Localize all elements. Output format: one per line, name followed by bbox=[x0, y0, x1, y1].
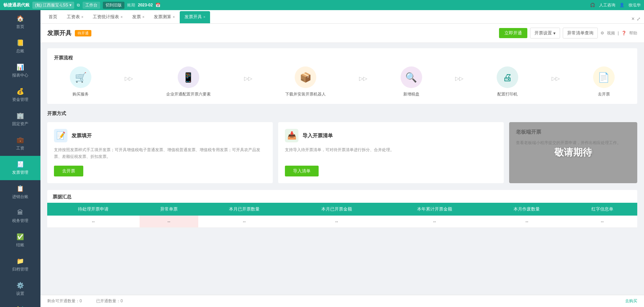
process-step-download: 📦 下载并安装开票机器人 bbox=[285, 66, 326, 97]
process-step-taxdisk: 🔍 新增税盘 bbox=[401, 66, 422, 97]
col-yearly-amount: 本年累计开票金额 bbox=[383, 203, 486, 216]
content-body: 开票流程 🛒 购买服务 ▷▷ 📱 企业开通配置开票六要素 bbox=[40, 43, 644, 233]
ledger-icon: 📒 bbox=[17, 39, 24, 47]
process-step-issue: 📄 去开票 bbox=[593, 66, 615, 97]
tab-salary-report[interactable]: 工资统计报表 × bbox=[88, 11, 127, 23]
company-selector[interactable]: (勉) 江西服宝-LSS ▾ bbox=[32, 2, 74, 9]
step-label-issue: 去开票 bbox=[598, 91, 610, 97]
tab-salary-report-close[interactable]: × bbox=[120, 15, 122, 19]
opened-label: 已开通数量：0 bbox=[96, 299, 123, 303]
sidebar-item-ledger[interactable]: 📒 总账 bbox=[0, 34, 40, 59]
abnormal-list-button[interactable]: 异常清单查询 bbox=[563, 28, 598, 38]
headset-icon: 🎧 bbox=[590, 3, 595, 7]
sidebar-item-purchase-sales[interactable]: 📋 进销台账 bbox=[0, 180, 40, 204]
method2-header: 📥 导入开票清单 bbox=[285, 129, 497, 142]
cell-pending: -- bbox=[47, 216, 140, 228]
help-label[interactable]: 帮助 bbox=[629, 30, 637, 36]
tab-salary-close[interactable]: × bbox=[81, 15, 83, 19]
sidebar-item-invoice-mgmt[interactable]: 🧾 发票管理 bbox=[0, 156, 40, 180]
tab-invoice[interactable]: 发票 × bbox=[127, 11, 149, 23]
buy-service-icon: 🛒 bbox=[70, 66, 91, 88]
funds-icon: 💰 bbox=[17, 88, 24, 95]
restore-window-icon[interactable]: ⤢ bbox=[637, 16, 641, 22]
arrow-5: ▷▷ bbox=[550, 75, 561, 82]
top-bar: 畅捷通易代账 (勉) 江西服宝-LSS ▾ ⧉ 工作台 切到旧版 账期 2023… bbox=[0, 0, 644, 10]
tab-invoice-calc-close[interactable]: × bbox=[173, 15, 175, 19]
method1-title: 发票填开 bbox=[71, 133, 92, 139]
summary-section: 票据汇总 待处理开票申请 异常单票 本月已开票数量 本月已开票金额 本年累计开票… bbox=[47, 190, 637, 228]
window-controls: × ⤢ bbox=[632, 16, 641, 23]
tab-bar: 首页 工资表 × 工资统计报表 × 发票 × 发票测算 × 发票开具 × bbox=[40, 10, 644, 24]
header-tools: ⚙ 视频 | ❓ 帮助 bbox=[601, 30, 637, 36]
status-badge: 待开通 bbox=[75, 30, 91, 36]
tab-salary[interactable]: 工资表 × bbox=[62, 11, 88, 23]
sidebar-label-ledger: 总账 bbox=[16, 48, 24, 54]
process-step-configure: 📱 企业开通配置开票六要素 bbox=[166, 66, 211, 97]
sidebar-item-settle[interactable]: ✅ 结账 bbox=[0, 228, 40, 253]
open-settings-button[interactable]: 开票设置 ▾ bbox=[530, 28, 560, 38]
method2-button[interactable]: 导入清单 bbox=[285, 166, 319, 176]
cell-void-count: -- bbox=[486, 216, 567, 228]
sidebar-item-newbie[interactable]: 🔰 新手引导 bbox=[0, 301, 40, 307]
cell-red-info: -- bbox=[567, 216, 637, 228]
summary-title: 票据汇总 bbox=[47, 190, 637, 203]
page-title: 发票开具 bbox=[47, 29, 71, 37]
arrow-2: ▷▷ bbox=[243, 75, 254, 82]
col-pending: 待处理开票申请 bbox=[47, 203, 140, 216]
method1-button[interactable]: 去开票 bbox=[54, 166, 83, 176]
method-card-fill: 📝 发票填开 支持按照发票样式手工填开发票；可开具增值税电子普通发票、增值税普通… bbox=[47, 122, 273, 183]
view-icon: ⚙ bbox=[601, 31, 604, 35]
content-header-left: 发票开具 待开通 bbox=[47, 29, 91, 37]
workspace-button[interactable]: 工作台 bbox=[83, 2, 100, 9]
tab-invoice-close[interactable]: × bbox=[142, 15, 144, 19]
cell-monthly-amount: -- bbox=[290, 216, 383, 228]
invoice-mgmt-icon: 🧾 bbox=[17, 161, 24, 168]
consult-label[interactable]: 人工咨询 bbox=[599, 2, 615, 8]
close-window-icon[interactable]: × bbox=[632, 16, 635, 22]
calendar-icon[interactable]: 📅 bbox=[155, 3, 160, 7]
company-name: (勉) 江西服宝-LSS bbox=[35, 2, 68, 8]
open-now-button[interactable]: 立即开通 bbox=[499, 28, 527, 38]
cell-abnormal: -- bbox=[140, 216, 198, 228]
sidebar-item-tax[interactable]: 🏛 税务管理 bbox=[0, 204, 40, 228]
method1-header: 📝 发票填开 bbox=[54, 129, 266, 142]
tab-invoice-tool[interactable]: 发票开具 × bbox=[180, 11, 210, 23]
sidebar-label-invoice-mgmt: 发票管理 bbox=[12, 170, 28, 175]
switch-old-button[interactable]: 切到旧版 bbox=[103, 2, 124, 9]
sidebar-item-archive[interactable]: 📁 归档管理 bbox=[0, 253, 40, 277]
method2-icon: 📥 bbox=[285, 129, 298, 142]
reports-icon: 📊 bbox=[17, 63, 24, 71]
sidebar-label-purchase-sales: 进销台账 bbox=[12, 194, 28, 200]
col-void-count: 本月作废数量 bbox=[486, 203, 567, 216]
view-label[interactable]: 视频 bbox=[607, 30, 615, 36]
process-section: 开票流程 🛒 购买服务 ▷▷ 📱 企业开通配置开票六要素 bbox=[47, 48, 637, 104]
process-steps: 🛒 购买服务 ▷▷ 📱 企业开通配置开票六要素 ▷▷ 📦 bbox=[54, 66, 631, 97]
process-step-printer: 🖨 配置打印机 bbox=[497, 66, 518, 97]
settle-icon: ✅ bbox=[17, 233, 24, 241]
sidebar-label-reports: 报表中心 bbox=[12, 73, 28, 78]
settings-icon: ⚙️ bbox=[17, 282, 24, 289]
right-panel: 首页 工资表 × 工资统计报表 × 发票 × 发票测算 × 发票开具 × bbox=[40, 10, 644, 307]
tab-salary-label: 工资表 bbox=[67, 14, 80, 20]
step-label-buy: 购买服务 bbox=[72, 91, 89, 97]
tab-invoice-tool-close[interactable]: × bbox=[203, 15, 205, 19]
sidebar-label-settings: 设置 bbox=[16, 291, 24, 297]
sidebar-item-home[interactable]: 🏠 首页 bbox=[0, 10, 40, 34]
chevron-down-icon: ▾ bbox=[553, 31, 556, 36]
sidebar-item-settings[interactable]: ⚙️ 设置 bbox=[0, 277, 40, 301]
summary-data-row: -- -- -- -- -- -- -- bbox=[47, 216, 637, 228]
user-name[interactable]: 徐泓华 bbox=[628, 2, 641, 8]
tab-home[interactable]: 首页 bbox=[44, 11, 62, 23]
method-card-import: 📥 导入开票清单 支持导入待开票清单，可对待开票清单进行拆分、合并处理。 导入清… bbox=[278, 122, 504, 183]
buy-link[interactable]: 去购买 bbox=[625, 299, 637, 303]
tab-invoice-calc[interactable]: 发票测算 × bbox=[149, 11, 179, 23]
content-header-right: 立即开通 开票设置 ▾ 异常清单查询 ⚙ 视频 | ❓ 帮助 bbox=[499, 28, 637, 38]
sidebar-item-salary[interactable]: 💼 工资 bbox=[0, 132, 40, 156]
home-icon: 🏠 bbox=[17, 15, 24, 22]
method1-desc: 支持按照发票样式手工填开发票；可开具增值税电子普通发票、增值税普通发票、增值税专… bbox=[54, 146, 266, 160]
sidebar-item-assets[interactable]: 🏢 固定资产 bbox=[0, 107, 40, 132]
arrow-4: ▷▷ bbox=[454, 75, 465, 82]
sidebar-label-home: 首页 bbox=[16, 24, 24, 30]
sidebar-item-reports[interactable]: 📊 报表中心 bbox=[0, 59, 40, 83]
sidebar-item-funds[interactable]: 💰 资金管理 bbox=[0, 83, 40, 107]
